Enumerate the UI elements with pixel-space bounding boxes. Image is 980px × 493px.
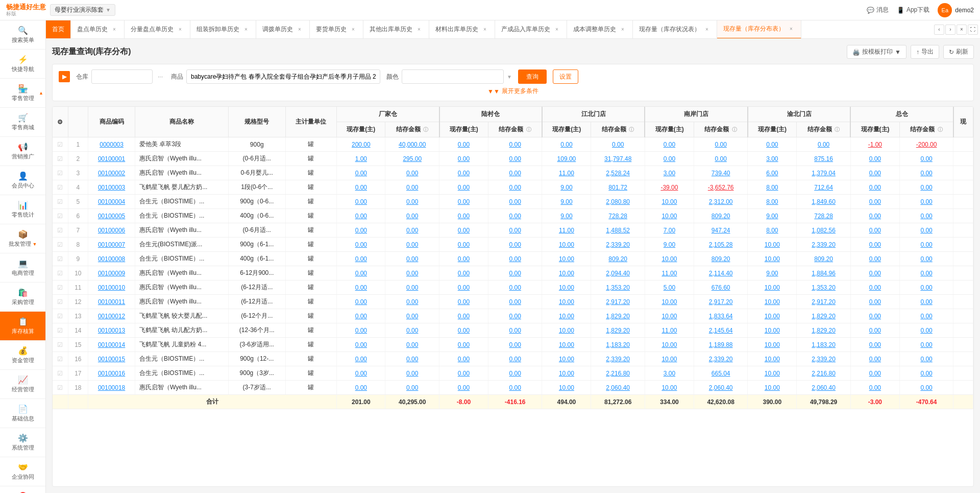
- row-val-9[interactable]: 1,829.20: [797, 309, 851, 323]
- row-val-4[interactable]: 10.00: [542, 252, 591, 266]
- row-val-8[interactable]: 10.00: [748, 352, 797, 366]
- row-val-1[interactable]: 0.00: [385, 338, 439, 352]
- row-val-8[interactable]: 10.00: [748, 280, 797, 295]
- row-settings[interactable]: ☑: [53, 180, 68, 195]
- row-val-5[interactable]: 1,183.20: [591, 338, 645, 352]
- row-val-3[interactable]: 0.00: [488, 352, 542, 366]
- row-val-4[interactable]: 9.00: [542, 195, 591, 209]
- row-val-0[interactable]: 0.00: [337, 352, 385, 366]
- row-val-9[interactable]: 809.20: [797, 252, 851, 266]
- row-val-3[interactable]: 0.00: [488, 180, 542, 195]
- sidebar-item-search[interactable]: 🔍 搜索英单: [0, 20, 45, 50]
- row-val-7[interactable]: 1,189.88: [694, 338, 748, 352]
- row-code[interactable]: 00100010: [88, 280, 135, 295]
- row-val-6[interactable]: 3.00: [645, 166, 694, 180]
- row-val-10[interactable]: 0.00: [850, 280, 899, 295]
- row-val-6[interactable]: 10.00: [645, 338, 694, 352]
- tab-clck[interactable]: 材料出库单历史 ×: [429, 20, 495, 39]
- sidebar-item-quick[interactable]: ⚡ 快捷导航: [0, 50, 45, 79]
- row-val-3[interactable]: 0.00: [488, 252, 542, 266]
- row-val-4[interactable]: 10.00: [542, 295, 591, 309]
- sidebar-item-base[interactable]: 📄 基础信息: [0, 399, 45, 428]
- sidebar-item-retailshop[interactable]: 🛒 零售商城: [0, 108, 45, 137]
- row-settings[interactable]: ☑: [53, 238, 68, 252]
- row-val-11[interactable]: 0.00: [899, 366, 953, 381]
- sidebar-item-member[interactable]: 👤 会员中心: [0, 166, 45, 195]
- row-val-1[interactable]: 0.00: [385, 280, 439, 295]
- row-val-5[interactable]: 1,829.20: [591, 309, 645, 323]
- row-val-2[interactable]: 0.00: [439, 223, 488, 238]
- row-settings[interactable]: ☑: [53, 152, 68, 166]
- row-val-3[interactable]: 0.00: [488, 137, 542, 152]
- row-code[interactable]: 00100004: [88, 195, 135, 209]
- branch-selector[interactable]: 母婴行业演示陈套 ▼: [50, 4, 115, 16]
- row-val-9[interactable]: 728.28: [797, 209, 851, 223]
- color-input[interactable]: [402, 69, 504, 84]
- row-val-8[interactable]: 3.00: [748, 152, 797, 166]
- row-val-2[interactable]: 0.00: [439, 195, 488, 209]
- row-val-11[interactable]: -200.00: [899, 137, 953, 152]
- row-val-9[interactable]: 2,216.80: [797, 366, 851, 381]
- row-code[interactable]: 00100007: [88, 238, 135, 252]
- row-val-4[interactable]: 10.00: [542, 266, 591, 280]
- row-val-4[interactable]: 10.00: [542, 323, 591, 338]
- row-code[interactable]: 00100015: [88, 352, 135, 366]
- row-val-7[interactable]: 1,833.64: [694, 309, 748, 323]
- yubei-amt-info-icon[interactable]: ⓘ: [835, 127, 840, 132]
- col-settings-header[interactable]: ⚙: [53, 107, 68, 137]
- row-val-9[interactable]: 1,082.56: [797, 223, 851, 238]
- row-val-3[interactable]: 0.00: [488, 295, 542, 309]
- nanan-amt-info-icon[interactable]: ⓘ: [732, 127, 737, 132]
- row-val-10[interactable]: 0.00: [850, 309, 899, 323]
- row-val-9[interactable]: 2,917.20: [797, 295, 851, 309]
- color-dropdown-icon[interactable]: ▼: [507, 74, 512, 80]
- row-val-10[interactable]: 0.00: [850, 180, 899, 195]
- row-val-3[interactable]: 0.00: [488, 166, 542, 180]
- sidebar-item-marketing[interactable]: 📢 营销推广: [0, 137, 45, 166]
- row-val-1[interactable]: 295.00: [385, 152, 439, 166]
- tab-close-fbd[interactable]: ×: [177, 26, 184, 33]
- row-val-0[interactable]: 0.00: [337, 252, 385, 266]
- sidebar-item-retail[interactable]: 🏪 零售管理 ▲: [0, 79, 45, 108]
- row-val-1[interactable]: 0.00: [385, 238, 439, 252]
- row-val-9[interactable]: 1,829.20: [797, 323, 851, 338]
- jiangbei-amt-info-icon[interactable]: ⓘ: [629, 127, 634, 132]
- row-val-6[interactable]: 10.00: [645, 381, 694, 395]
- sidebar-item-finance[interactable]: 💰 资金管理: [0, 341, 45, 370]
- sidebar-item-purchase[interactable]: 🛍️ 采购管理: [0, 283, 45, 312]
- row-val-11[interactable]: 0.00: [899, 252, 953, 266]
- zongcang-amt-info-icon[interactable]: ⓘ: [938, 127, 943, 132]
- row-val-10[interactable]: 0.00: [850, 381, 899, 395]
- tab-fbd[interactable]: 分量盘点单历史 ×: [125, 20, 190, 39]
- row-val-4[interactable]: 11.00: [542, 166, 591, 180]
- row-val-10[interactable]: 0.00: [850, 238, 899, 252]
- row-code[interactable]: 00100002: [88, 166, 135, 180]
- row-val-6[interactable]: 10.00: [645, 209, 694, 223]
- row-val-4[interactable]: 0.00: [542, 137, 591, 152]
- row-val-11[interactable]: 0.00: [899, 209, 953, 223]
- row-val-2[interactable]: 0.00: [439, 366, 488, 381]
- row-val-9[interactable]: 0.00: [797, 137, 851, 152]
- row-val-1[interactable]: 0.00: [385, 381, 439, 395]
- row-val-0[interactable]: 0.00: [337, 209, 385, 223]
- row-val-9[interactable]: 2,060.40: [797, 381, 851, 395]
- filter-collapse-button[interactable]: ▶: [59, 71, 70, 82]
- row-val-8[interactable]: 10.00: [748, 323, 797, 338]
- row-val-0[interactable]: 0.00: [337, 323, 385, 338]
- lucun-amt-info-icon[interactable]: ⓘ: [526, 127, 531, 132]
- row-val-8[interactable]: 8.00: [748, 223, 797, 238]
- tab-close-clck[interactable]: ×: [481, 26, 488, 33]
- row-val-6[interactable]: 10.00: [645, 295, 694, 309]
- tab-close-bd[interactable]: ×: [111, 26, 118, 33]
- row-val-8[interactable]: 10.00: [748, 295, 797, 309]
- row-val-1[interactable]: 0.00: [385, 209, 439, 223]
- row-val-8[interactable]: 10.00: [748, 338, 797, 352]
- row-val-3[interactable]: 0.00: [488, 323, 542, 338]
- row-val-4[interactable]: 10.00: [542, 280, 591, 295]
- row-val-10[interactable]: -1.00: [850, 137, 899, 152]
- row-val-2[interactable]: 0.00: [439, 338, 488, 352]
- row-val-5[interactable]: 2,216.80: [591, 366, 645, 381]
- row-val-1[interactable]: 0.00: [385, 366, 439, 381]
- setting-button[interactable]: 设置: [553, 69, 578, 84]
- row-val-1[interactable]: 0.00: [385, 195, 439, 209]
